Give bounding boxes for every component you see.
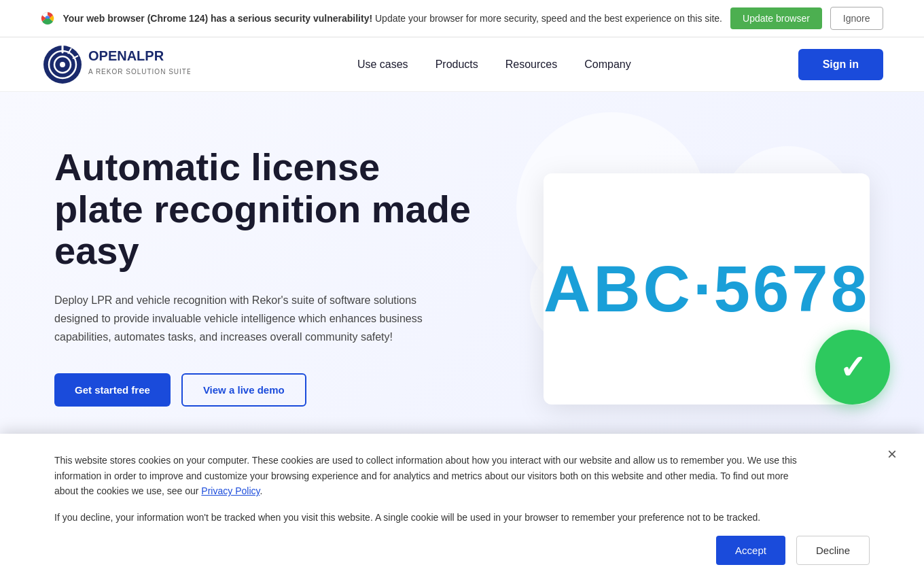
hero-buttons: Get started free View a live demo	[54, 373, 476, 407]
nav-link-use-cases[interactable]: Use cases	[357, 58, 408, 70]
logo: OPENALPR A REKOR SOLUTION SUITE	[41, 43, 190, 86]
security-message-bold: Your web browser (Chrome 124) has a seri…	[63, 13, 372, 24]
chrome-icon	[41, 12, 54, 25]
cookie-modal: × This website stores cookies on your co…	[0, 434, 924, 554]
security-message-text: Update your browser for more security, s…	[375, 13, 722, 24]
nav-link-company[interactable]: Company	[584, 58, 630, 70]
ignore-button[interactable]: Ignore	[830, 7, 883, 30]
hero-subtitle: Deploy LPR and vehicle recognition with …	[54, 291, 448, 347]
cookie-buttons: Accept Decline	[54, 536, 870, 554]
nav-link-products[interactable]: Products	[436, 58, 478, 70]
cookie-text-dot: .	[260, 485, 262, 496]
nav-item-company[interactable]: Company	[584, 58, 630, 71]
checkmark-icon: ✓	[839, 348, 866, 386]
get-started-button[interactable]: Get started free	[54, 373, 171, 407]
security-message: Your web browser (Chrome 124) has a seri…	[63, 13, 722, 24]
svg-point-5	[60, 62, 65, 67]
svg-text:A REKOR SOLUTION SUITE: A REKOR SOLUTION SUITE	[88, 68, 190, 75]
nav-links: Use cases Products Resources Company	[357, 58, 631, 71]
cookie-text-2: If you decline, your information won't b…	[54, 510, 802, 525]
accept-button[interactable]: Accept	[716, 536, 785, 554]
cookie-close-button[interactable]: ×	[887, 445, 897, 464]
nav-item-use-cases[interactable]: Use cases	[357, 58, 408, 71]
nav-link-resources[interactable]: Resources	[505, 58, 557, 70]
svg-text:OPENALPR: OPENALPR	[88, 48, 164, 63]
nav-item-products[interactable]: Products	[436, 58, 478, 71]
cookie-text-1: This website stores cookies on your comp…	[54, 453, 802, 498]
plate-text: ABC·5678	[544, 252, 870, 326]
view-demo-button[interactable]: View a live demo	[181, 373, 306, 407]
security-banner: Your web browser (Chrome 124) has a seri…	[0, 0, 924, 37]
signin-button[interactable]: Sign in	[798, 49, 883, 80]
privacy-policy-link[interactable]: Privacy Policy	[201, 485, 260, 496]
logo-area: OPENALPR A REKOR SOLUTION SUITE	[41, 43, 190, 86]
nav-item-resources[interactable]: Resources	[505, 58, 557, 71]
navbar: OPENALPR A REKOR SOLUTION SUITE Use case…	[0, 37, 924, 92]
hero-title: Automatic license plate recognition made…	[54, 146, 476, 272]
decline-button[interactable]: Decline	[796, 536, 870, 554]
hero-content: Automatic license plate recognition made…	[54, 146, 476, 407]
cookie-text-intro: This website stores cookies on your comp…	[54, 455, 797, 496]
check-badge: ✓	[815, 330, 890, 405]
update-browser-button[interactable]: Update browser	[730, 7, 822, 29]
